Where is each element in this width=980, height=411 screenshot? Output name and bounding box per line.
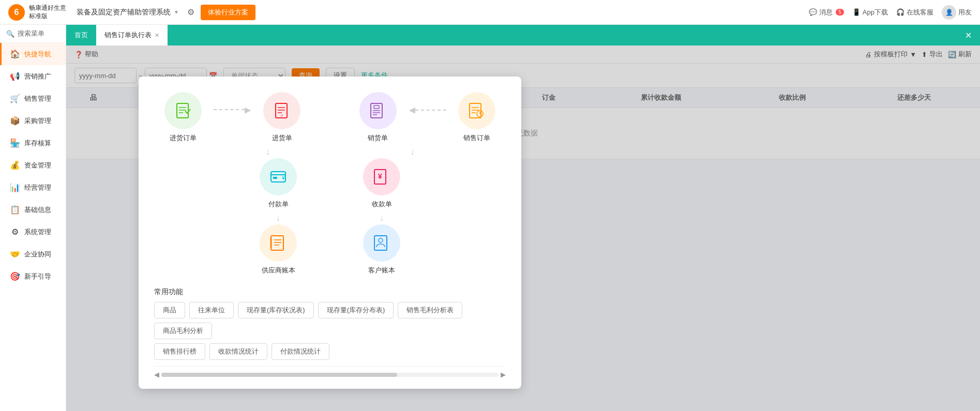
svg-rect-23 (273, 177, 277, 179)
avatar: 👤 (942, 5, 956, 20)
scroll-track (161, 373, 499, 377)
inventory-icon: 🏪 (10, 138, 20, 148)
svg-text:¥: ¥ (378, 172, 382, 180)
sidebar-item-quick-nav[interactable]: 🏠 快捷导航 (0, 43, 66, 65)
sidebar: 🔍 搜索菜单 🏠 快捷导航 📢 营销推广 🛒 销售管理 📦 采购管理 🏪 (0, 25, 66, 411)
payment-label: 付款单 (268, 200, 289, 209)
common-btn-counterparty[interactable]: 往来单位 (189, 302, 234, 318)
sidebar-item-finance[interactable]: 💰 资金管理 (0, 154, 66, 176)
sidebar-item-system[interactable]: ⚙ 系统管理 (0, 221, 66, 243)
flow-node-purchase-bill[interactable]: ✓ 进货单 (253, 92, 310, 143)
flow-node-receipt[interactable]: ¥ 收款单 (351, 158, 413, 209)
sidebar-item-guide[interactable]: 🎯 新手引导 (0, 265, 66, 287)
sales-bill-icon (359, 92, 397, 129)
message-badge: 5 (836, 9, 844, 16)
marketing-icon: 📢 (10, 71, 20, 81)
tab-home[interactable]: 首页 (66, 25, 96, 45)
sales-bill-label: 销货单 (368, 133, 388, 143)
common-btn-stock-dist[interactable]: 现存量(库存分布表) (318, 302, 394, 318)
search-icon: 🔍 (6, 30, 14, 38)
sales-order-label: 销售订单 (463, 133, 490, 143)
flow-node-sales-bill[interactable]: 销货单 (349, 92, 406, 143)
user-menu[interactable]: 👤 用友 (942, 5, 972, 20)
dropdown-arrow-icon[interactable]: ▼ (174, 9, 179, 15)
arrow-left-icon: ▶ (409, 105, 415, 115)
sidebar-item-collab[interactable]: 🤝 企业协同 (0, 243, 66, 265)
common-btn-product[interactable]: 商品 (154, 302, 185, 318)
sidebar-item-sales[interactable]: 🛒 销售管理 (0, 87, 66, 110)
message-button[interactable]: 💬 消息 5 (809, 8, 844, 17)
purchase-order-label: 进货订单 (170, 133, 197, 143)
arrow-right-icon: ▶ (245, 105, 251, 115)
flow-node-sales-order[interactable]: 销售订单 (448, 92, 506, 143)
purchase-order-icon (164, 92, 202, 129)
page-content: ❓ 帮助 🖨 按模板打印 ▼ ⬆ 导出 (66, 45, 980, 411)
flow-node-purchase-order[interactable]: 进货订单 (154, 92, 212, 143)
guide-icon: 🎯 (10, 271, 20, 281)
svg-text:✓: ✓ (280, 113, 284, 118)
tab-close-all-icon[interactable]: ✕ (965, 31, 972, 40)
content-area: 首页 销售订单执行表 ✕ ✕ ❓ 帮助 � (66, 25, 980, 411)
scroll-left-icon[interactable]: ◀ (154, 371, 159, 378)
flow-node-customer-ledger[interactable]: 客户账本 (351, 224, 413, 275)
sidebar-item-marketing[interactable]: 📢 营销推广 (0, 65, 66, 87)
tab-sales-order[interactable]: 销售订单执行表 ✕ (96, 25, 168, 45)
home-icon: 🏠 (10, 49, 20, 59)
purchase-bill-label: 进货单 (272, 133, 292, 143)
collab-icon: 🤝 (10, 249, 20, 259)
receipt-icon: ¥ (363, 158, 400, 195)
flow-row-3: 供应商账本 (154, 224, 506, 275)
message-icon: 💬 (809, 8, 817, 16)
tab-close-icon[interactable]: ✕ (155, 32, 159, 39)
headset-icon: 🎧 (896, 8, 904, 16)
common-btn-product-analysis[interactable]: 商品毛利分析 (154, 323, 212, 339)
search-menu-button[interactable]: 🔍 搜索菜单 (0, 25, 66, 43)
basic-info-icon: 📋 (10, 205, 20, 215)
system-title-text: 装备及固定资产辅助管理系统 (77, 8, 171, 17)
sales-icon: 🛒 (10, 94, 20, 103)
receipt-label: 收款单 (372, 200, 392, 209)
popup-scrollbar: ◀ ▶ (154, 366, 506, 378)
common-btn-sales-analysis[interactable]: 销售毛利分析表 (398, 302, 462, 318)
operations-icon: 📊 (10, 182, 20, 192)
logo-area: 6 畅康通好生意 标准版 (8, 4, 70, 21)
supplier-ledger-label: 供应商账本 (262, 266, 295, 275)
finance-icon: 💰 (10, 160, 20, 170)
logo-text: 畅康通好生意 标准版 (29, 4, 66, 20)
svg-text:¥: ¥ (281, 175, 285, 181)
sidebar-item-basic-info[interactable]: 📋 基础信息 (0, 199, 66, 221)
scroll-right-icon[interactable]: ▶ (501, 371, 506, 378)
svg-point-33 (379, 238, 383, 242)
common-btn-payment-stats[interactable]: 付款情况统计 (272, 343, 329, 360)
common-functions-section: 常用功能 商品 往来单位 现存量(库存状况表) 现存量(库存分布表) 销售毛利分… (154, 287, 506, 360)
payment-icon: ¥ (260, 158, 297, 195)
app-download-button[interactable]: 📱 App下载 (852, 8, 888, 17)
sidebar-item-inventory[interactable]: 🏪 库存核算 (0, 132, 66, 154)
system-icon: ⚙ (10, 227, 20, 237)
customer-ledger-label: 客户账本 (368, 266, 395, 275)
arrow-sales-order-to-bill: ▶ (409, 105, 446, 115)
sidebar-item-operations[interactable]: 📊 经营管理 (0, 176, 66, 199)
popup-panel: 进货订单 ▶ (139, 77, 521, 389)
common-btn-sales-ranking[interactable]: 销售排行榜 (154, 343, 205, 360)
arrow-purchase-order-to-bill: ▶ (214, 105, 251, 115)
mobile-icon: 📱 (852, 8, 861, 16)
sidebar-item-purchase[interactable]: 📦 采购管理 (0, 110, 66, 132)
common-btn-stock-status[interactable]: 现存量(库存状况表) (238, 302, 314, 318)
settings-icon[interactable]: ⚙ (187, 7, 194, 17)
scroll-thumb[interactable] (161, 373, 397, 377)
svg-rect-28 (270, 238, 272, 248)
common-buttons-row2: 销售排行榜 收款情况统计 付款情况统计 (154, 343, 506, 360)
flow-row-1: 进货订单 ▶ (154, 92, 506, 143)
common-btn-receipt-stats[interactable]: 收款情况统计 (209, 343, 267, 360)
flow-node-supplier-ledger[interactable]: 供应商账本 (247, 224, 309, 275)
supplier-ledger-icon (260, 224, 297, 262)
flow-node-payment[interactable]: ¥ 付款单 (247, 158, 309, 209)
svg-rect-0 (177, 103, 188, 118)
purchase-icon: 📦 (10, 116, 20, 126)
purchase-bill-icon: ✓ (263, 92, 300, 129)
sales-order-icon (458, 92, 495, 129)
svg-rect-10 (374, 105, 379, 109)
experience-button[interactable]: 体验行业方案 (201, 5, 255, 20)
online-service-button[interactable]: 🎧 在线客服 (896, 8, 933, 17)
